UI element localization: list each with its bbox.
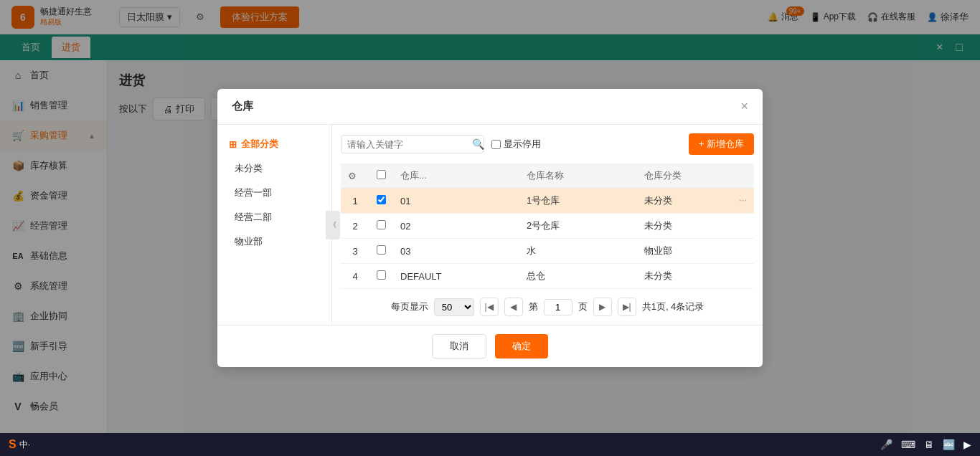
- first-page-button[interactable]: |◀: [480, 298, 499, 316]
- row-number: 1: [341, 189, 369, 214]
- category-panel: ⊞ 全部分类 未分类 经营一部 经营二部 物业部 《: [217, 125, 332, 325]
- per-page-select[interactable]: 50 100: [434, 298, 474, 316]
- table-row: 2 02 2号仓库 未分类: [341, 214, 754, 239]
- col-name: 仓库名称: [519, 163, 636, 189]
- modal-title: 仓库: [232, 100, 253, 113]
- row-code: 01: [393, 189, 519, 214]
- select-all-checkbox[interactable]: [377, 170, 386, 179]
- row-code: 03: [393, 239, 519, 264]
- search-icon[interactable]: 🔍: [472, 138, 484, 150]
- category-item-property[interactable]: 物业部: [217, 229, 331, 254]
- table-header-row: ⚙ 仓库... 仓库名称 仓库: [341, 163, 754, 189]
- modal-header: 仓库 ×: [217, 89, 763, 125]
- cancel-button[interactable]: 取消: [432, 334, 486, 358]
- row-checkbox[interactable]: [377, 195, 386, 204]
- row-number: 4: [341, 264, 369, 289]
- next-page-button[interactable]: ▶: [593, 298, 612, 316]
- col-code: 仓库...: [393, 163, 519, 189]
- table-body: 1 01 1号仓库 未分类 ··· 2 02 2号仓库 未分类 3: [341, 189, 754, 289]
- search-box: 🔍: [341, 135, 484, 153]
- row-checkbox[interactable]: [377, 270, 386, 280]
- table-row: 4 DEFAULT 总仓 未分类: [341, 264, 754, 289]
- grid-icon: ⊞: [229, 139, 237, 150]
- table-row: 1 01 1号仓库 未分类 ···: [341, 189, 754, 214]
- row-checkbox[interactable]: [377, 245, 386, 255]
- monitor-icon[interactable]: 🖥: [924, 439, 934, 450]
- prev-page-button[interactable]: ◀: [504, 298, 523, 316]
- search-input[interactable]: [347, 139, 468, 150]
- all-categories-header[interactable]: ⊞ 全部分类: [217, 132, 331, 156]
- row-checkbox-cell: [369, 264, 393, 289]
- row-actions-button[interactable]: ···: [739, 194, 747, 205]
- category-item-unclassified[interactable]: 未分类: [217, 156, 331, 181]
- row-checkbox-cell: [369, 239, 393, 264]
- gear-col-icon[interactable]: ⚙: [348, 171, 357, 181]
- modal-body: ⊞ 全部分类 未分类 经营一部 经营二部 物业部 《 🔍: [217, 125, 763, 325]
- time-icon: ▶: [963, 439, 971, 450]
- row-category: 未分类 ···: [637, 189, 754, 214]
- collapse-panel-button[interactable]: 《: [326, 211, 340, 239]
- row-name: 1号仓库: [519, 189, 636, 214]
- row-name: 总仓: [519, 264, 636, 289]
- pagination: 每页显示 50 100 |◀ ◀ 第 页 ▶ ▶| 共1页, 4条记录: [341, 298, 754, 316]
- table-row: 3 03 水 物业部: [341, 239, 754, 264]
- row-category: 未分类: [637, 214, 754, 239]
- warehouse-modal: 仓库 × ⊞ 全部分类 未分类 经营一部 经营二部 物业部 《: [217, 89, 763, 367]
- language-icon[interactable]: 🔤: [943, 439, 955, 450]
- show-disabled-label[interactable]: 显示停用: [491, 138, 541, 151]
- table-toolbar: 🔍 显示停用 + 新增仓库: [341, 133, 754, 155]
- modal-footer: 取消 确定: [217, 325, 763, 367]
- row-number: 3: [341, 239, 369, 264]
- mic-icon[interactable]: 🎤: [880, 439, 892, 450]
- col-num: ⚙: [341, 163, 369, 189]
- add-warehouse-button[interactable]: + 新增仓库: [689, 133, 754, 155]
- warehouse-table: ⚙ 仓库... 仓库名称 仓库: [341, 163, 754, 289]
- bottom-logo: S 中·: [9, 438, 30, 451]
- row-name: 水: [519, 239, 636, 264]
- row-category: 物业部: [637, 239, 754, 264]
- category-item-ops1[interactable]: 经营一部: [217, 181, 331, 205]
- row-checkbox[interactable]: [377, 220, 386, 229]
- last-page-button[interactable]: ▶|: [618, 298, 636, 316]
- modal-close-button[interactable]: ×: [740, 99, 748, 114]
- confirm-button[interactable]: 确定: [495, 334, 548, 358]
- row-number: 2: [341, 214, 369, 239]
- col-category: 仓库分类: [637, 163, 754, 189]
- show-disabled-checkbox[interactable]: [491, 140, 501, 149]
- keyboard-icon[interactable]: ⌨: [901, 439, 915, 450]
- row-code: 02: [393, 214, 519, 239]
- page-number-input[interactable]: [544, 299, 573, 315]
- table-panel: 🔍 显示停用 + 新增仓库 ⚙: [332, 125, 763, 325]
- row-checkbox-cell: [369, 214, 393, 239]
- row-code: DEFAULT: [393, 264, 519, 289]
- col-check: [369, 163, 393, 189]
- row-name: 2号仓库: [519, 214, 636, 239]
- bottom-bar: S 中· 🎤 ⌨ 🖥 🔤 ▶: [0, 433, 980, 456]
- modal-overlay: 仓库 × ⊞ 全部分类 未分类 经营一部 经营二部 物业部 《: [0, 0, 980, 456]
- row-category: 未分类: [637, 264, 754, 289]
- category-item-ops2[interactable]: 经营二部: [217, 205, 331, 229]
- row-checkbox-cell: [369, 189, 393, 214]
